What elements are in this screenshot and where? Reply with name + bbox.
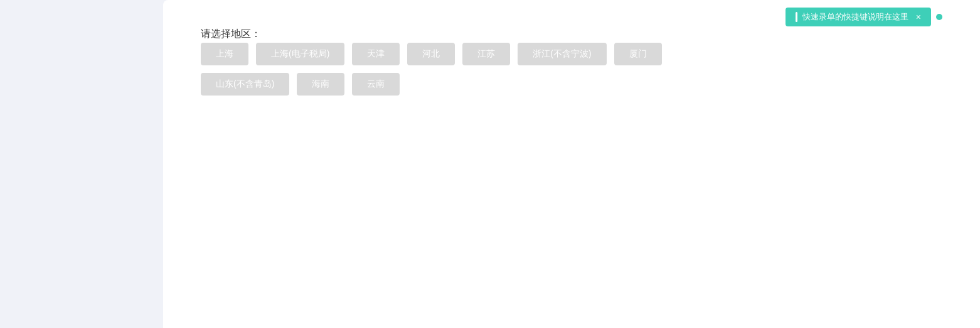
sidebar	[0, 0, 163, 328]
region-btn-zhejiang[interactable]: 浙江(不含宁波)	[518, 43, 606, 65]
region-btn-xiamen[interactable]: 厦门	[614, 43, 662, 65]
region-btn-tianjin[interactable]: 天津	[352, 43, 400, 65]
region-btn-hebei[interactable]: 河北	[407, 43, 455, 65]
region-buttons-container: 上海上海(电子税局)天津河北江苏浙江(不含宁波)厦门山东(不含青岛)海南云南	[201, 43, 891, 96]
tooltip-dot-icon	[936, 14, 942, 20]
tooltip-text: 快速录单的快捷键说明在这里	[802, 11, 908, 23]
region-btn-shanghai[interactable]: 上海	[201, 43, 248, 65]
tooltip-badge: 快速录单的快捷键说明在这里 ×	[786, 8, 931, 26]
region-btn-yunnan[interactable]: 云南	[352, 73, 400, 96]
region-btn-shanghai-etax[interactable]: 上海(电子税局)	[256, 43, 344, 65]
region-btn-hainan[interactable]: 海南	[297, 73, 344, 96]
region-btn-jiangsu[interactable]: 江苏	[462, 43, 510, 65]
region-btn-shandong[interactable]: 山东(不含青岛)	[201, 73, 289, 96]
tooltip-container: 快速录单的快捷键说明在这里 ×	[786, 8, 942, 26]
tooltip-close-icon[interactable]: ×	[916, 12, 921, 22]
main-content: 快速录单的快捷键说明在这里 × 请选择地区： 上海上海(电子税局)天津河北江苏浙…	[163, 0, 980, 328]
region-label: 请选择地区：	[201, 28, 261, 41]
tooltip-bar-icon	[796, 12, 797, 22]
